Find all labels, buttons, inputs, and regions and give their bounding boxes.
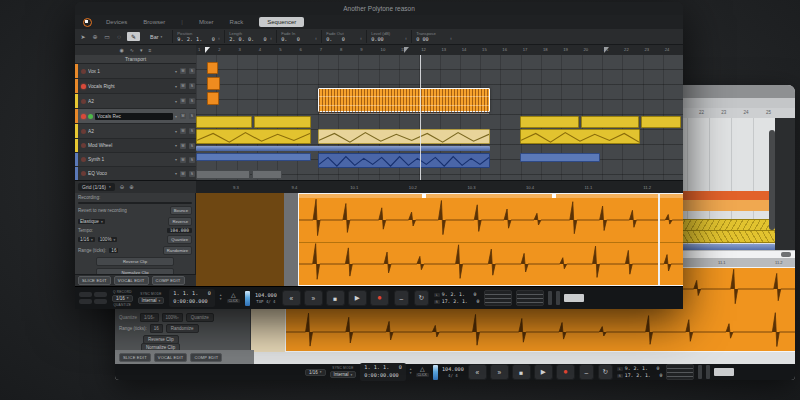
arrangement-area[interactable] xyxy=(196,55,683,180)
randomize-button[interactable]: Randomize xyxy=(166,324,199,333)
sequencer-window[interactable]: Another Polytone reason DevicesBrowser|M… xyxy=(75,2,683,309)
sync-setting[interactable]: SYNC MODE Internal▾ xyxy=(138,292,165,304)
mute-button[interactable]: M xyxy=(180,143,186,149)
chevron-down-icon[interactable]: ▾ xyxy=(175,69,177,74)
selection-tool-icon[interactable]: ➤ xyxy=(79,33,87,40)
record-arm-button[interactable] xyxy=(81,129,86,134)
list-icon[interactable]: ≡ xyxy=(149,47,152,53)
vocal-edit-button[interactable]: VOCAL EDIT xyxy=(114,276,149,285)
selected-clip[interactable] xyxy=(318,88,490,112)
mute-button[interactable]: M xyxy=(180,171,186,177)
stop-button[interactable]: ■ xyxy=(326,290,345,306)
track-row[interactable]: Synth 1▾MS xyxy=(75,153,196,167)
field-length[interactable]: Length2. 0. 0. 0⬍ xyxy=(224,30,276,43)
stretch-dropdown[interactable]: Elastique▾ xyxy=(78,219,105,224)
field-position[interactable]: Position9. 2. 1. 0⬍ xyxy=(172,30,224,43)
click-level-meter[interactable] xyxy=(245,291,250,306)
track-row[interactable]: Mod Wheel▾MS xyxy=(75,139,196,153)
magnify-tool-icon[interactable]: ⊕ xyxy=(91,33,99,40)
clip[interactable] xyxy=(207,62,218,74)
field-value[interactable]: 9. 2. 1. 0⬍ xyxy=(177,36,220,42)
chevron-down-icon[interactable]: ▾ xyxy=(140,47,143,53)
chevron-down-icon[interactable]: ▾ xyxy=(175,84,177,89)
range-value[interactable]: 16 xyxy=(109,248,118,253)
randomize-button[interactable]: Randomize xyxy=(163,246,192,255)
mute-button[interactable]: M xyxy=(180,98,186,104)
chevron-down-icon[interactable]: ▾ xyxy=(175,114,177,119)
menu-item-devices[interactable]: Devices xyxy=(106,19,127,25)
quantize-button[interactable]: Quantize xyxy=(186,313,214,322)
quantize-value-dropdown[interactable]: 1/16▾ xyxy=(140,313,159,322)
recording-file[interactable]: TL_BV135_black_02-b2 imported xyxy=(78,202,192,204)
comp-edit-button[interactable]: COMP EDIT xyxy=(190,353,222,362)
solo-button[interactable]: S xyxy=(189,83,195,89)
loop-button[interactable]: ↻ xyxy=(414,290,429,306)
solo-button[interactable]: S xyxy=(189,113,195,119)
clip[interactable] xyxy=(641,116,681,128)
track-row[interactable]: A2▾MS xyxy=(75,94,196,109)
pencil-tool-icon[interactable]: ✎ xyxy=(127,32,140,41)
clip[interactable] xyxy=(196,129,311,144)
quantize-record-setting[interactable]: Q RECORD 1/16▾ QUANTIZE xyxy=(112,290,133,307)
scroll-thumb[interactable] xyxy=(781,252,791,257)
precount-button[interactable]: – xyxy=(394,290,409,306)
stepper-icon[interactable]: ⬍ xyxy=(360,36,362,42)
clip[interactable] xyxy=(196,116,252,128)
fast-forward-button[interactable]: » xyxy=(490,364,509,380)
record-arm-button[interactable] xyxy=(81,69,86,74)
track-row[interactable]: EQ Voco▾MS xyxy=(75,167,196,181)
position-stepper[interactable]: ▴▾ xyxy=(220,294,222,302)
editor-ruler[interactable]: 9.39.410.110.210.310.411.111.2 xyxy=(196,180,683,194)
field-level-db-[interactable]: Level (dB)0.00⬍ xyxy=(366,30,411,43)
record-arm-button[interactable] xyxy=(81,171,86,176)
position-marker[interactable] xyxy=(205,47,210,53)
bounce-button[interactable]: Bounce xyxy=(170,206,192,215)
record-enable-icon[interactable]: ◉ xyxy=(119,47,123,53)
solo-button[interactable]: S xyxy=(189,171,195,177)
menu-item-browser[interactable]: Browser xyxy=(143,19,165,25)
quantize-pct-dropdown[interactable]: 100%▾ xyxy=(162,313,183,322)
clip[interactable] xyxy=(581,116,639,128)
quantize-pct-dropdown[interactable]: 100%▾ xyxy=(98,237,118,242)
stepper-icon[interactable]: ⬍ xyxy=(218,36,220,42)
record-button[interactable]: ● xyxy=(556,364,575,380)
stepper-icon[interactable]: ⬍ xyxy=(270,36,272,42)
slice-edit-button[interactable]: SLICE EDIT xyxy=(119,353,151,362)
locator-marker[interactable] xyxy=(604,47,609,53)
fast-forward-button[interactable]: » xyxy=(304,290,323,306)
comp-edit-button[interactable]: COMP EDIT xyxy=(152,276,185,285)
field-fade-out[interactable]: Fade Out0. 0⬍ xyxy=(321,30,366,43)
blocks-panel[interactable] xyxy=(516,290,544,306)
clip[interactable] xyxy=(196,153,311,161)
solo-button[interactable]: S xyxy=(189,68,195,74)
stop-button[interactable]: ■ xyxy=(512,364,531,380)
reverse-clip-button[interactable]: Reverse Clip xyxy=(96,257,174,266)
bg-vertical-scrollbar[interactable] xyxy=(769,130,775,230)
clip[interactable] xyxy=(520,153,600,162)
track-row[interactable]: Vocals Right▾MS xyxy=(75,79,196,94)
window-titlebar[interactable]: Another Polytone reason xyxy=(75,2,683,15)
precount-button[interactable]: – xyxy=(579,364,594,380)
clip[interactable] xyxy=(520,129,640,144)
chevron-down-icon[interactable]: ▾ xyxy=(175,99,177,104)
record-arm-button[interactable] xyxy=(81,157,86,162)
chevron-down-icon[interactable]: ▾ xyxy=(175,157,177,162)
menu-item-rack[interactable]: Rack xyxy=(230,19,244,25)
solo-button[interactable]: S xyxy=(189,128,195,134)
dub-alt-panel[interactable] xyxy=(484,290,512,306)
quantize-value-dropdown[interactable]: 1/16▾ xyxy=(78,237,95,242)
sync-setting[interactable]: SYNC MODE Internal▾ xyxy=(330,366,357,378)
comp-editor[interactable] xyxy=(196,193,683,286)
locator-marker[interactable] xyxy=(404,47,409,53)
mute-button[interactable]: M xyxy=(180,113,186,119)
mute-tool-icon[interactable]: ◌ xyxy=(115,34,123,40)
quantize-setting[interactable]: 1/16▾ xyxy=(305,369,326,376)
reverse-button[interactable]: Reverse xyxy=(168,217,192,226)
solo-button[interactable]: S xyxy=(189,98,195,104)
chevron-down-icon[interactable]: ▾ xyxy=(175,171,177,176)
stepper-icon[interactable]: ⬍ xyxy=(405,36,407,42)
transport-mode-toggles[interactable] xyxy=(79,292,107,304)
rewind-button[interactable]: « xyxy=(468,364,487,380)
click-section[interactable]: △CLICK xyxy=(227,293,240,303)
click-level-meter[interactable] xyxy=(433,365,438,380)
